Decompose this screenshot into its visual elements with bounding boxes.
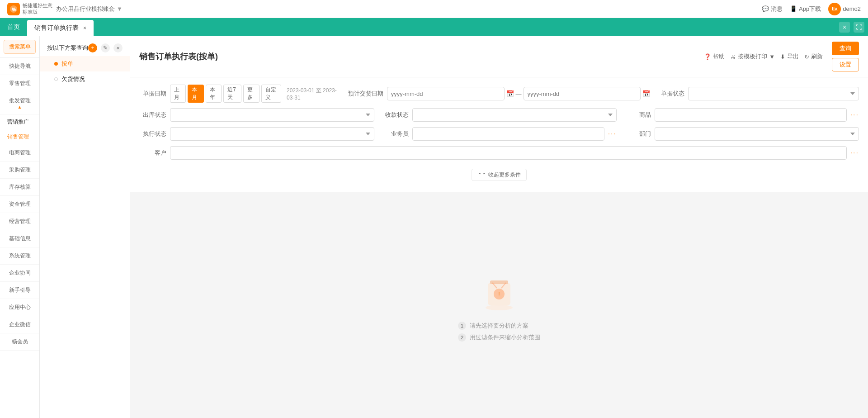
- print-button[interactable]: 🖨 按模板打印 ▼: [730, 52, 775, 61]
- dept-label: 部门: [624, 130, 651, 138]
- breadcrumb-area: 办公用品行业模拟账套 ▼: [56, 5, 123, 13]
- message-icon: 💬: [762, 5, 769, 12]
- query-button[interactable]: 查询: [832, 42, 859, 55]
- side-filter-collapse-button[interactable]: «: [113, 43, 123, 52]
- dept-select[interactable]: [655, 127, 859, 141]
- sidebar-item-apps[interactable]: 应用中心: [0, 299, 39, 316]
- side-filter-header: 按以下方案查询 + ✎ «: [40, 40, 130, 56]
- tab-home[interactable]: 首页: [0, 18, 27, 36]
- sidebar-item-operation[interactable]: 经营管理: [0, 213, 39, 230]
- sidebar-item-capital[interactable]: 资金管理: [0, 196, 39, 213]
- date-custom[interactable]: 自定义: [261, 85, 281, 103]
- date-this-year[interactable]: 本年: [206, 85, 222, 103]
- date-prev-month[interactable]: 上月: [170, 85, 186, 103]
- expected-date-end[interactable]: [524, 87, 641, 100]
- date-last7[interactable]: 近7天: [223, 85, 241, 103]
- collapse-row: ⌃⌃ 收起更多条件: [139, 165, 859, 185]
- help-button[interactable]: ❓ 帮助: [704, 52, 725, 61]
- tip-num-1: 1: [458, 322, 466, 330]
- message-button[interactable]: 💬 消息: [762, 5, 783, 13]
- shipment-status-label: 出库状态: [139, 111, 166, 119]
- right-panel: 销售订单执行表(按单) ❓ 帮助 🖨 按模板打印 ▼ ⬇ 导出: [130, 36, 868, 418]
- tab-close-window-button[interactable]: ×: [839, 22, 850, 33]
- side-filter-edit-button[interactable]: ✎: [101, 43, 110, 52]
- user-menu[interactable]: Ea demo2: [828, 3, 861, 15]
- salesperson-more-icon[interactable]: ···: [608, 130, 617, 138]
- export-button[interactable]: ⬇ 导出: [780, 52, 799, 61]
- calendar-start-icon[interactable]: 📅: [506, 90, 514, 97]
- refresh-button[interactable]: ↻ 刷新: [804, 52, 823, 61]
- sidebar-item-member[interactable]: 畅会员: [0, 333, 39, 351]
- calendar-end-icon[interactable]: 📅: [642, 90, 650, 97]
- sidebar-search-area: 搜索菜单: [0, 36, 39, 58]
- tab-close-icon[interactable]: ×: [83, 25, 86, 31]
- sidebar-item-purchase[interactable]: 采购管理: [0, 162, 39, 179]
- filter-group-customer: 客户 ···: [139, 146, 859, 160]
- expected-date-label: 预计交货日期: [348, 90, 383, 98]
- filter-panel: 单据日期 上月 本月 本年 近7天 更多 自定义 2023-03-01 至 20…: [130, 77, 868, 192]
- empty-tip-2: 2 用过滤条件来缩小分析范围: [458, 333, 540, 342]
- filter-group-doc-status: 单据状态: [657, 87, 859, 100]
- customer-more-icon[interactable]: ···: [850, 149, 859, 157]
- customer-input[interactable]: [170, 146, 847, 160]
- date-more[interactable]: 更多: [243, 85, 259, 103]
- expected-date-start[interactable]: [387, 87, 505, 100]
- sidebar-item-system[interactable]: 系统管理: [0, 247, 39, 265]
- sidebar-item-retail[interactable]: 零售管理: [0, 75, 39, 92]
- filter-group-salesperson: 业务员 ···: [382, 127, 617, 141]
- sidebar-item-sales-mgmt[interactable]: 销售管理: [0, 129, 39, 144]
- payment-status-select[interactable]: [412, 108, 617, 122]
- logo-text: 畅捷通好生意 标准版: [23, 3, 52, 14]
- filter-row-2: 出库状态 收款状态 商品: [139, 108, 859, 122]
- side-filter-item-backorder[interactable]: 欠货情况: [40, 71, 130, 87]
- doc-status-select[interactable]: [688, 87, 859, 100]
- collapse-button[interactable]: ⌃⌃ 收起更多条件: [472, 169, 527, 181]
- goods-label: 商品: [624, 111, 651, 119]
- sidebar-item-quick-nav[interactable]: 快捷导航: [0, 58, 39, 75]
- date-label: 单据日期: [139, 90, 166, 98]
- salesperson-input[interactable]: [412, 127, 604, 141]
- refresh-icon: ↻: [804, 53, 809, 60]
- sidebar-item-wechat[interactable]: 企业微信: [0, 316, 39, 333]
- main-body: 按以下方案查询 + ✎ « 按单 欠货情况 销售订单执行表(按单): [40, 36, 868, 418]
- export-icon: ⬇: [780, 53, 785, 60]
- main-layout: 搜索菜单 快捷导航 零售管理 批发管理 ▲ 营销推广 销售管理 电商管理 采购管…: [0, 36, 868, 418]
- tab-maximize-button[interactable]: ⛶: [854, 22, 864, 33]
- sidebar-item-enterprise[interactable]: 企业协同: [0, 265, 39, 282]
- empty-illustration: !: [476, 269, 522, 314]
- collapse-up-icon: ⌃⌃: [477, 172, 486, 178]
- expected-date-range: 📅 — 📅: [387, 87, 651, 100]
- exec-status-label: 执行状态: [139, 130, 166, 138]
- filter-row-4: 客户 ···: [139, 146, 859, 160]
- doc-status-label: 单据状态: [657, 90, 684, 98]
- search-menu-button[interactable]: 搜索菜单: [4, 40, 36, 54]
- filter-group-date: 单据日期 上月 本月 本年 近7天 更多 自定义 2023-03-01 至 20…: [139, 85, 341, 103]
- goods-more-icon[interactable]: ···: [850, 111, 859, 119]
- app-download-button[interactable]: 📱 App下载: [790, 5, 821, 13]
- settings-button[interactable]: 设置: [832, 58, 859, 71]
- exec-status-select[interactable]: [170, 127, 374, 141]
- date-this-month[interactable]: 本月: [188, 85, 203, 103]
- page-header-actions: ❓ 帮助 🖨 按模板打印 ▼ ⬇ 导出 ↻ 刷新: [704, 42, 859, 77]
- tab-sales-order[interactable]: 销售订单执行表 ×: [27, 20, 94, 36]
- sidebar-item-wholesale[interactable]: 批发管理 ▲: [0, 92, 39, 114]
- breadcrumb-text: 办公用品行业模拟账套: [56, 5, 115, 13]
- sidebar-item-inventory[interactable]: 库存核算: [0, 179, 39, 196]
- filter-row-1: 单据日期 上月 本月 本年 近7天 更多 自定义 2023-03-01 至 20…: [139, 85, 859, 103]
- side-filter-add-button[interactable]: +: [88, 43, 97, 52]
- app-download-icon: 📱: [790, 5, 797, 12]
- side-filter-item-by-order[interactable]: 按单: [40, 56, 130, 71]
- filter-group-dept: 部门: [624, 127, 859, 141]
- breadcrumb-arrow-icon[interactable]: ▼: [117, 5, 123, 12]
- goods-input[interactable]: [655, 108, 847, 122]
- sidebar-item-marketing[interactable]: 营销推广: [0, 114, 39, 129]
- sidebar-item-ecommerce[interactable]: 电商管理: [0, 144, 39, 162]
- date-range-text: 2023-03-01 至 2023-03-31: [287, 87, 341, 101]
- filter-group-expected-date: 预计交货日期 📅 — 📅: [348, 87, 651, 100]
- shipment-status-select[interactable]: [170, 108, 374, 122]
- date-presets: 上月 本月 本年 近7天 更多 自定义: [170, 85, 281, 103]
- filter-group-exec-status: 执行状态: [139, 127, 374, 141]
- sidebar-item-newbie[interactable]: 新手引导: [0, 282, 39, 299]
- tab-bar-actions: × ⛶: [839, 22, 864, 33]
- sidebar-item-basic[interactable]: 基础信息: [0, 230, 39, 247]
